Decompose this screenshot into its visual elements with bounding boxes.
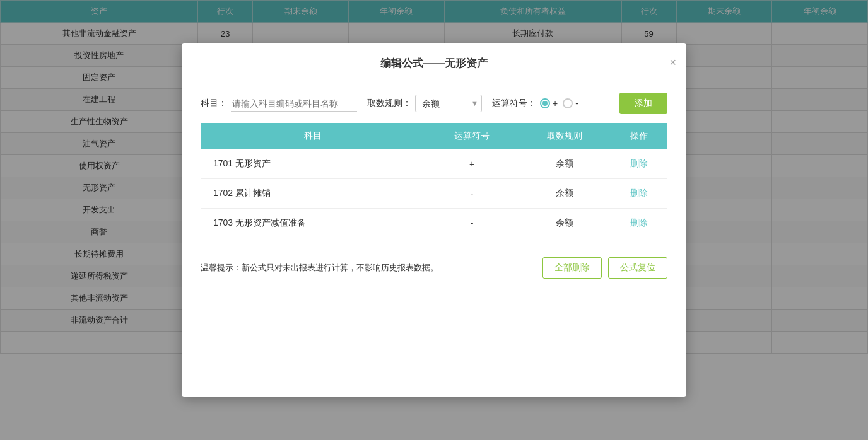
table-header-action: 操作 — [611, 123, 667, 149]
footer-buttons: 全部删除 公式复位 — [542, 257, 667, 279]
operator-radio-group: + - — [540, 98, 578, 108]
rule-select-wrap: 余额 借方 贷方 借方发生额 贷方发生额 ▼ — [415, 95, 482, 112]
edit-formula-modal: 编辑公式——无形资产 × 科目： 取数规则： 余额 借方 贷方 借方发生额 贷方… — [182, 43, 686, 397]
minus-radio-circle — [563, 98, 573, 108]
tip-text: 新公式只对未出报表进行计算，不影响历史报表数据。 — [242, 263, 438, 272]
minus-label: - — [575, 98, 578, 108]
rule-select[interactable]: 余额 借方 贷方 借方发生额 贷方发生额 — [415, 95, 482, 112]
operator-plus-radio[interactable]: + — [540, 98, 558, 108]
operator-label: 运算符号： — [492, 98, 536, 109]
formula-rule-cell: 余额 — [519, 179, 611, 209]
formula-subject-cell: 1703 无形资产减值准备 — [201, 209, 426, 238]
subject-group: 科目： — [201, 96, 357, 112]
table-header-rule: 取数规则 — [519, 123, 611, 149]
delete-row-button[interactable]: 删除 — [630, 188, 648, 199]
delete-row-button[interactable]: 删除 — [630, 158, 648, 170]
formula-form-row: 科目： 取数规则： 余额 借方 贷方 借方发生额 贷方发生额 ▼ 运算 — [182, 81, 686, 123]
formula-action-cell: 删除 — [611, 209, 667, 238]
formula-operator-cell: - — [426, 209, 519, 238]
formula-action-cell: 删除 — [611, 179, 667, 209]
subject-label: 科目： — [201, 98, 227, 109]
modal-footer: 温馨提示：新公式只对未出报表进行计算，不影响历史报表数据。 全部删除 公式复位 — [182, 245, 686, 291]
table-header-subject: 科目 — [201, 123, 426, 149]
formula-table-row: 1703 无形资产减值准备-余额删除 — [201, 209, 667, 238]
formula-table-wrap: 科目 运算符号 取数规则 操作 1701 无形资产+余额删除1702 累计摊销-… — [182, 123, 686, 238]
modal-title: 编辑公式——无形资产 — [380, 57, 488, 69]
formula-action-cell: 删除 — [611, 149, 667, 179]
operator-group: 运算符号： + - — [492, 98, 578, 109]
formula-subject-cell: 1701 无形资产 — [201, 149, 426, 179]
formula-operator-cell: + — [426, 149, 519, 179]
modal-overlay: 编辑公式——无形资产 × 科目： 取数规则： 余额 借方 贷方 借方发生额 贷方… — [0, 0, 868, 440]
add-button[interactable]: 添加 — [619, 93, 667, 114]
rule-group: 取数规则： 余额 借方 贷方 借方发生额 贷方发生额 ▼ — [367, 95, 482, 112]
table-header-operator: 运算符号 — [426, 123, 519, 149]
formula-table-row: 1701 无形资产+余额删除 — [201, 149, 667, 179]
modal-close-button[interactable]: × — [669, 57, 676, 68]
delete-all-button[interactable]: 全部删除 — [542, 257, 602, 279]
reset-formula-button[interactable]: 公式复位 — [608, 257, 667, 279]
plus-radio-circle — [540, 98, 550, 108]
modal-header: 编辑公式——无形资产 × — [182, 43, 686, 81]
tip-prefix: 温馨提示： — [201, 263, 242, 272]
footer-tip: 温馨提示：新公式只对未出报表进行计算，不影响历史报表数据。 — [201, 262, 438, 274]
formula-subject-cell: 1702 累计摊销 — [201, 179, 426, 209]
formula-rule-cell: 余额 — [519, 209, 611, 238]
delete-row-button[interactable]: 删除 — [630, 217, 648, 229]
plus-label: + — [553, 98, 558, 108]
subject-input[interactable] — [231, 96, 357, 112]
formula-rule-cell: 余额 — [519, 149, 611, 179]
rule-label: 取数规则： — [367, 98, 411, 109]
formula-operator-cell: - — [426, 179, 519, 209]
operator-minus-radio[interactable]: - — [563, 98, 578, 108]
formula-table-row: 1702 累计摊销-余额删除 — [201, 179, 667, 209]
formula-table: 科目 运算符号 取数规则 操作 1701 无形资产+余额删除1702 累计摊销-… — [201, 123, 667, 238]
